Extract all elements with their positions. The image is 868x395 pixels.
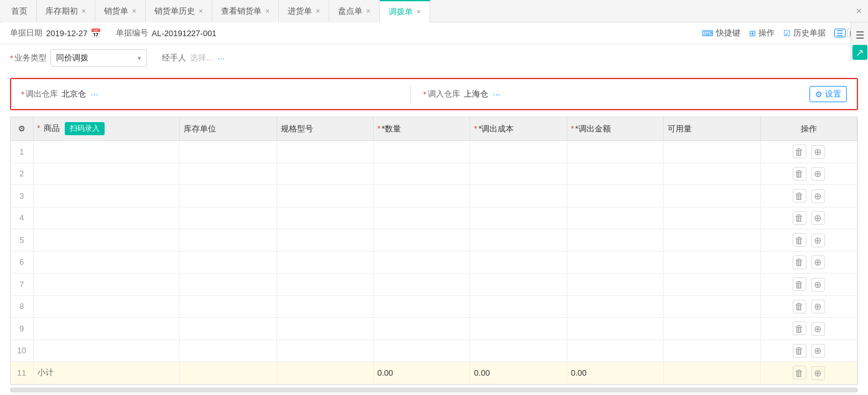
cell-product[interactable] [33,207,180,229]
cell-amount[interactable] [567,185,663,207]
cell-cost[interactable] [470,207,567,229]
th-gear[interactable]: ⚙ [11,117,33,141]
cell-qty[interactable] [373,274,469,296]
cell-spec[interactable] [276,295,373,318]
cell-product[interactable] [33,251,180,274]
cell-amount[interactable] [567,229,663,252]
cell-unit[interactable] [180,185,276,207]
copy-icon[interactable]: ⊕ [811,300,825,313]
cell-amount[interactable] [567,163,663,185]
tab-sales-close[interactable]: × [132,7,136,16]
close-all-button[interactable]: × [850,6,868,17]
cell-spec[interactable] [276,340,373,362]
copy-icon[interactable]: ⊕ [811,366,825,380]
to-warehouse-more-icon[interactable]: ··· [493,89,501,99]
tab-sales-history-close[interactable]: × [199,7,203,16]
cell-amount[interactable] [567,318,663,340]
copy-icon[interactable]: ⊕ [811,278,825,292]
copy-icon[interactable]: ⊕ [811,167,825,181]
cell-unit[interactable] [180,229,276,252]
copy-icon[interactable]: ⊕ [811,189,825,203]
cell-available[interactable] [664,251,760,274]
cell-product[interactable] [33,163,180,185]
cell-amount[interactable] [567,251,663,274]
tab-purchase-close[interactable]: × [316,7,320,16]
cell-spec[interactable] [276,163,373,185]
operator-placeholder[interactable]: 选择... [190,52,213,64]
tab-sales-history[interactable]: 销货单历史 × [146,0,212,22]
cell-amount[interactable] [567,207,663,229]
shortcuts-button[interactable]: ⌨ 快捷键 [702,27,740,39]
delete-icon[interactable]: 🗑 [793,255,806,269]
cell-available[interactable] [664,141,760,163]
cell-cost[interactable] [470,295,567,318]
settings-button[interactable]: ⚙ 设置 [809,86,847,102]
delete-icon[interactable]: 🗑 [793,366,806,379]
cell-available[interactable] [664,274,760,296]
calendar-icon[interactable]: 📅 [90,28,101,38]
cell-qty[interactable] [373,185,469,207]
cell-cost[interactable] [470,141,567,163]
cell-product[interactable] [33,274,180,296]
delete-icon[interactable]: 🗑 [793,167,806,181]
cell-unit[interactable] [180,295,276,318]
tab-purchase[interactable]: 进货单 × [279,0,329,22]
delete-icon[interactable]: 🗑 [793,233,806,247]
cell-qty[interactable] [373,251,469,274]
cell-unit[interactable] [180,141,276,163]
cell-cost[interactable] [470,251,567,274]
cell-available[interactable] [664,163,760,185]
tab-inventory-close[interactable]: × [82,7,86,16]
tab-sales[interactable]: 销货单 × [95,0,146,22]
delete-icon[interactable]: 🗑 [793,321,806,335]
tab-home[interactable]: 首页 [2,0,37,22]
cell-spec[interactable] [276,141,373,163]
cell-cost[interactable] [470,340,567,362]
cell-available[interactable] [664,185,760,207]
cell-qty[interactable] [373,141,469,163]
cell-product[interactable] [33,295,180,318]
sidebar-list-icon[interactable]: ☰ [852,27,867,42]
cell-unit[interactable] [180,318,276,340]
tab-transfer[interactable]: 调拨单 × [380,0,430,22]
cell-available[interactable] [664,295,760,318]
cell-unit[interactable] [180,163,276,185]
tab-inventory-check-close[interactable]: × [366,7,370,16]
operator-more-icon[interactable]: ··· [218,54,225,63]
delete-icon[interactable]: 🗑 [793,344,806,358]
cell-amount[interactable] [567,274,663,296]
operations-button[interactable]: ⊞ 操作 [749,27,775,39]
from-warehouse-value[interactable]: 北京仓 [62,88,86,100]
tab-inventory-check[interactable]: 盘点单 × [329,0,380,22]
cell-spec[interactable] [276,251,373,274]
tab-view-sales-close[interactable]: × [265,7,270,16]
biz-type-select[interactable]: 同价调拨 ▾ [50,49,147,67]
cell-spec[interactable] [276,274,373,296]
cell-available[interactable] [664,207,760,229]
cell-cost[interactable] [470,274,567,296]
delete-icon[interactable]: 🗑 [793,189,806,202]
cell-spec[interactable] [276,318,373,340]
cell-qty[interactable] [373,207,469,229]
cell-qty[interactable] [373,229,469,252]
delete-icon[interactable]: 🗑 [793,211,806,225]
cell-cost[interactable] [470,318,567,340]
copy-icon[interactable]: ⊕ [811,322,825,336]
tab-transfer-close[interactable]: × [417,7,421,16]
gear-icon[interactable]: ⚙ [18,124,26,133]
cell-amount[interactable] [567,340,663,362]
cell-spec[interactable] [276,229,373,252]
tab-view-sales[interactable]: 查看销货单 × [212,0,279,22]
delete-icon[interactable]: 🗑 [793,145,806,158]
layout-list-icon[interactable]: ☰ [834,29,846,37]
cell-product[interactable] [33,229,180,252]
copy-icon[interactable]: ⊕ [811,145,825,159]
cell-qty[interactable] [373,295,469,318]
cell-unit[interactable] [180,207,276,229]
cell-unit[interactable] [180,251,276,274]
delete-icon[interactable]: 🗑 [793,277,806,291]
sidebar-export-icon[interactable]: ↗ [852,45,867,60]
horizontal-scrollbar[interactable] [10,388,858,393]
cell-available[interactable] [664,318,760,340]
cell-qty[interactable] [373,163,469,185]
